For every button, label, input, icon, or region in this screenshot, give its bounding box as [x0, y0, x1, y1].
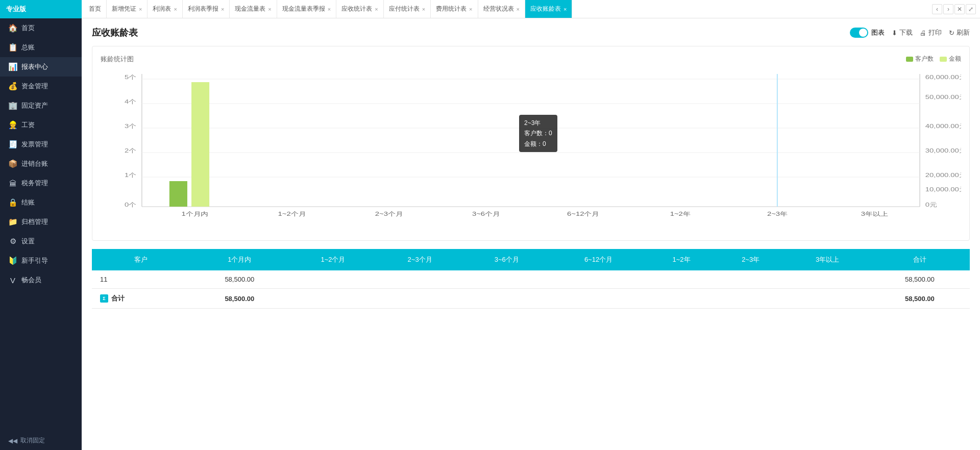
svg-text:2~3个月: 2~3个月 [375, 211, 403, 217]
print-icon: 🖨 [920, 29, 926, 37]
svg-text:30,000.00元: 30,000.00元 [925, 147, 961, 154]
tab-label-cashflow: 现金流量表 [235, 5, 265, 13]
app-logo: 专业版 [0, 0, 82, 18]
unpin-button[interactable]: ◀◀ 取消固定 [0, 431, 82, 450]
svg-text:40,000.00元: 40,000.00元 [925, 123, 961, 130]
col-customer: 客户 [92, 249, 189, 270]
sidebar-item-ledger[interactable]: 📋总账 [0, 38, 82, 57]
page-actions: 图表 ⬇ 下载 🖨 打印 ↻ 刷新 [850, 28, 970, 38]
svg-text:3个: 3个 [125, 123, 136, 130]
tab-close-ar_stat[interactable]: × [375, 6, 378, 12]
bar-amount-0 [191, 82, 209, 207]
print-button[interactable]: 🖨 打印 [920, 28, 942, 37]
tab-ar_aging[interactable]: 应收账龄表 × [525, 0, 572, 18]
cell-m12 [289, 270, 376, 289]
tab-prev-button[interactable]: ‹ [932, 4, 942, 14]
legend-amount: 金额 [940, 55, 961, 63]
chart-legend: 客户数 金额 [906, 55, 961, 63]
tab-home[interactable]: 首页 [84, 0, 107, 18]
total-m12 [289, 289, 376, 309]
tab-close-cashflow[interactable]: × [268, 6, 271, 12]
sidebar-item-invoice[interactable]: 🧾发票管理 [0, 135, 82, 154]
chart-toggle[interactable] [850, 28, 868, 38]
tab-label-cashflow_quarter: 现金流量表季报 [282, 5, 325, 13]
table-header-row: 客户 1个月内 1~2个月 2~3个月 3~6个月 6~12个月 1~2年 2~… [92, 249, 970, 270]
refresh-icon: ↻ [949, 29, 954, 37]
sidebar-label-invoice: 发票管理 [21, 140, 48, 149]
sidebar-item-fund[interactable]: 💰资金管理 [0, 77, 82, 96]
svg-text:10,000.00元: 10,000.00元 [925, 186, 961, 193]
sidebar-item-home[interactable]: 🏠首页 [0, 18, 82, 38]
cell-y3plus [785, 270, 869, 289]
tab-expense[interactable]: 费用统计表 × [431, 0, 478, 18]
sidebar-item-asset[interactable]: 🏢固定资产 [0, 96, 82, 115]
tooltip-customers: 客户数：0 [524, 128, 552, 138]
sidebar-label-archive: 归档管理 [21, 217, 48, 227]
tab-cashflow_quarter[interactable]: 现金流量表季报 × [277, 0, 336, 18]
svg-text:6~12个月: 6~12个月 [567, 211, 599, 217]
tab-label-ap_stat: 应付统计表 [389, 5, 420, 13]
tab-label-expense: 费用统计表 [436, 5, 467, 13]
col-m12: 1~2个月 [289, 249, 376, 270]
chart-container: 账龄统计图 客户数 金额 [92, 46, 970, 241]
sidebar-item-archive[interactable]: 📁归档管理 [0, 212, 82, 232]
tab-close-ar_aging[interactable]: × [564, 6, 567, 12]
tab-ar_stat[interactable]: 应收统计表 × [336, 0, 383, 18]
sidebar-item-tax[interactable]: 🏛税务管理 [0, 173, 82, 193]
sidebar-icon-guide: 🔰 [8, 256, 17, 265]
svg-text:3年以上: 3年以上 [861, 211, 888, 217]
sidebar-label-salary: 工资 [21, 120, 35, 130]
tab-label-voucher: 新增凭证 [112, 5, 136, 13]
tab-cashflow[interactable]: 现金流量表 × [230, 0, 277, 18]
sidebar-label-tax: 税务管理 [21, 179, 48, 188]
svg-text:0个: 0个 [125, 202, 136, 208]
sidebar-label-home: 首页 [21, 23, 35, 33]
svg-text:50,000.00元: 50,000.00元 [925, 94, 961, 101]
col-m23: 2~3个月 [377, 249, 463, 270]
total-label-cell: Σ 合计 [92, 289, 189, 309]
tab-close-profit_quarter[interactable]: × [221, 6, 224, 12]
sidebar-item-close[interactable]: 🔒结账 [0, 193, 82, 212]
tab-close-voucher[interactable]: × [139, 6, 142, 12]
svg-text:2个: 2个 [125, 147, 136, 154]
tab-profit[interactable]: 利润表 × [148, 0, 182, 18]
tab-close-cashflow_quarter[interactable]: × [328, 6, 331, 12]
refresh-button[interactable]: ↻ 刷新 [949, 28, 970, 37]
tab-close-biz[interactable]: × [517, 6, 520, 12]
cell-m1: 58,500.00 [189, 270, 289, 289]
sidebar-item-report[interactable]: 📊报表中心 [0, 57, 82, 77]
download-button[interactable]: ⬇ 下载 [892, 28, 913, 37]
tab-close-profit[interactable]: × [174, 6, 177, 12]
data-table: 客户 1个月内 1~2个月 2~3个月 3~6个月 6~12个月 1~2年 2~… [92, 249, 970, 309]
main-area: 首页新增凭证 ×利润表 ×利润表季报 ×现金流量表 ×现金流量表季报 ×应收统计… [82, 0, 980, 450]
tab-profit_quarter[interactable]: 利润表季报 × [183, 0, 230, 18]
sidebar-label-vip: 畅会员 [21, 276, 41, 285]
refresh-label: 刷新 [957, 28, 970, 37]
tab-biz[interactable]: 经营状况表 × [478, 0, 525, 18]
tab-label-ar_stat: 应收统计表 [341, 5, 372, 13]
chart-toggle-label: 图表 [871, 28, 885, 37]
tab-expand-button[interactable]: ⤢ [966, 4, 976, 14]
sidebar-item-vip[interactable]: V畅会员 [0, 270, 82, 290]
tab-label-profit: 利润表 [153, 5, 171, 13]
sidebar-item-settings[interactable]: ⚙设置 [0, 232, 82, 251]
sidebar-item-guide[interactable]: 🔰新手引导 [0, 251, 82, 270]
col-y3plus: 3年以上 [785, 249, 869, 270]
cell-total: 58,500.00 [870, 270, 970, 289]
tab-close-ap_stat[interactable]: × [422, 6, 425, 12]
tab-ap_stat[interactable]: 应付统计表 × [384, 0, 431, 18]
tab-close-expense[interactable]: × [469, 6, 472, 12]
print-label: 打印 [928, 28, 942, 37]
cell-y12 [647, 270, 716, 289]
sidebar-item-sales[interactable]: 📦进销台账 [0, 154, 82, 173]
tab-close-button[interactable]: ✕ [954, 4, 965, 14]
sidebar-label-asset: 固定资产 [21, 101, 48, 110]
sidebar-item-salary[interactable]: 👷工资 [0, 115, 82, 135]
col-y12: 1~2年 [647, 249, 716, 270]
tab-voucher[interactable]: 新增凭证 × [107, 0, 148, 18]
col-total: 合计 [870, 249, 970, 270]
col-m1: 1个月内 [189, 249, 289, 270]
sidebar-icon-ledger: 📋 [8, 43, 17, 52]
svg-text:4个: 4个 [125, 98, 136, 105]
tab-next-button[interactable]: › [943, 4, 953, 14]
